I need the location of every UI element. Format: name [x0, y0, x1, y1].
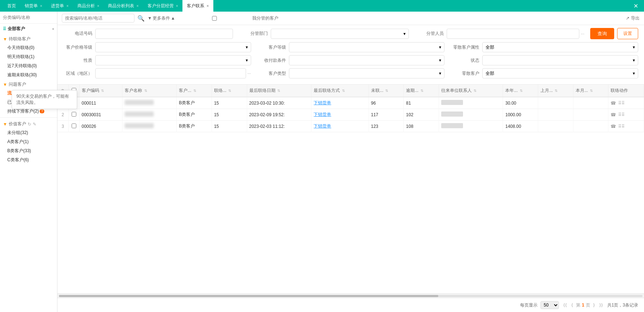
action-icon-phone-0[interactable]: ☎: [611, 101, 616, 106]
my-customers-checkbox[interactable]: [178, 16, 251, 21]
sort-icon-unlinking[interactable]: ⇅: [385, 89, 388, 93]
customer-type-select[interactable]: ▾: [289, 68, 445, 78]
row-last-method: 下销货单: [311, 121, 369, 132]
payment-select[interactable]: ▾: [289, 55, 445, 65]
sidebar-item-class-b[interactable]: B类客户(33): [0, 146, 57, 155]
tab-purchase-order[interactable]: 进货单 ×: [47, 0, 73, 12]
search-button[interactable]: 🔍: [137, 15, 145, 22]
tab-product-analysis-list[interactable]: 商品分析列表 ×: [104, 0, 143, 12]
sort-icon-date[interactable]: ⇅: [277, 89, 280, 93]
action-icon-more-0[interactable]: ⠿⠿: [618, 101, 625, 106]
sort-icon-this-year[interactable]: ⇅: [520, 89, 523, 93]
settings-button[interactable]: 设置: [617, 28, 638, 39]
edit-icon[interactable]: ✎: [33, 122, 36, 127]
filter-row-3: 性质 ▾ 收付款条件 ▾ 状态: [63, 55, 638, 65]
refresh-icon[interactable]: ↻: [28, 122, 31, 127]
last-method-link-2[interactable]: 下销货单: [314, 123, 331, 129]
row-this-month: [573, 109, 608, 121]
close-tab-product-list[interactable]: ×: [136, 4, 138, 8]
search-input[interactable]: [62, 14, 134, 23]
gender-select[interactable]: ▾: [95, 55, 251, 65]
per-page-select[interactable]: 50 100 200: [540, 301, 559, 309]
last-method-link-0[interactable]: 下销货单: [314, 100, 331, 105]
person-select[interactable]: [447, 29, 579, 39]
sidebar-group-pending[interactable]: ▼ 待联络客户: [0, 34, 57, 43]
filter-payment: 收付款条件 ▾: [257, 55, 445, 65]
sort-icon-overdue[interactable]: ⇅: [420, 89, 423, 93]
sort-icon-this-month[interactable]: ⇅: [590, 89, 593, 93]
query-button[interactable]: 查询: [590, 28, 614, 39]
row-contact-person: [439, 109, 503, 121]
sort-icon-contact-person[interactable]: ⇅: [474, 89, 476, 93]
last-page-btn[interactable]: ⟩⟩: [598, 302, 604, 308]
close-tab-sales[interactable]: ×: [40, 4, 42, 8]
sidebar-search-input[interactable]: [3, 15, 57, 20]
row-checkbox-1[interactable]: [72, 112, 76, 117]
row-last-method: 下销货单: [311, 97, 369, 109]
first-page-btn[interactable]: ⟨⟨: [562, 302, 568, 308]
sidebar-item-class-a[interactable]: A类客户(1): [0, 137, 57, 146]
close-tab-customer-tier[interactable]: ×: [176, 4, 178, 8]
sidebar-group-problem[interactable]: ▼ 问题客户: [0, 80, 57, 89]
my-customers-checkbox-label: 我分管的客户: [178, 15, 278, 21]
horizontal-scrollbar[interactable]: [57, 293, 644, 298]
customer-table: ⚙ 客户编码 ⇅ 客户名称 ⇅ 客户... ⇅ 联络... ⇅ 最后联络日期 ⇅…: [57, 85, 644, 132]
sidebar-item-tomorrow-pending[interactable]: 明天待联络(1): [0, 52, 57, 61]
tab-customer-contact[interactable]: 客户联系 ×: [182, 0, 213, 12]
action-icon-phone-1[interactable]: ☎: [611, 112, 616, 117]
filter-customer-type: 客户类型 ▾: [257, 68, 445, 78]
per-page-label: 每页显示: [520, 302, 538, 308]
scroll-track: [59, 295, 643, 297]
sidebar-group-value[interactable]: ▼ 价值客户 ↻ ✎: [0, 119, 57, 128]
dept-select[interactable]: ▾: [271, 29, 408, 39]
close-tab-customer-contact[interactable]: ×: [206, 4, 209, 8]
tab-home[interactable]: 首页: [3, 0, 20, 12]
region-ellipsis-btn[interactable]: ···: [247, 71, 251, 76]
row-last-date: 2023-02-03 11:12:: [247, 121, 311, 132]
sidebar-root-header[interactable]: ⠿ 全部客户 «: [0, 24, 57, 34]
status-select[interactable]: ▾: [482, 55, 638, 65]
sort-icon-code[interactable]: ⇅: [101, 89, 104, 93]
tab-product-analysis[interactable]: 商品分析 ×: [73, 0, 104, 12]
tab-customer-tier[interactable]: 客户分层经营 ×: [143, 0, 182, 12]
sidebar-item-today-pending[interactable]: 今天待联络(0): [0, 43, 57, 52]
sidebar-item-week-pending[interactable]: 近7天待联络(0): [0, 61, 57, 70]
sidebar-item-class-c[interactable]: C类客户(6): [0, 155, 57, 165]
collapse-icon: «: [52, 27, 54, 31]
table-header-row: ⚙ 客户编码 ⇅ 客户名称 ⇅ 客户... ⇅ 联络... ⇅ 最后联络日期 ⇅…: [57, 85, 644, 97]
retail-customer-select[interactable]: 全部 ▾: [482, 68, 638, 78]
chevron-down-icon4: ▾: [633, 45, 635, 50]
close-tab-product-analysis[interactable]: ×: [97, 4, 99, 8]
sort-icon-method[interactable]: ⇅: [342, 89, 345, 93]
col-action: 联络动作: [608, 85, 644, 97]
region-select[interactable]: [95, 68, 246, 78]
row-last-method: 下销货单: [311, 109, 369, 121]
retail-attr-select[interactable]: 全部 ▾: [482, 42, 638, 52]
prev-page-btn[interactable]: ⟨: [570, 302, 575, 308]
sort-icon-name[interactable]: ⇅: [144, 89, 147, 93]
sort-icon-type[interactable]: ⇅: [193, 89, 196, 93]
sort-icon-last-month[interactable]: ⇅: [555, 89, 558, 93]
tab-sales-order[interactable]: 销货单 ×: [20, 0, 47, 12]
row-name: [122, 109, 177, 121]
row-checkbox-2[interactable]: [72, 123, 76, 128]
sidebar-item-ungrouped[interactable]: 未分组(32): [0, 128, 57, 137]
price-level-select[interactable]: ▾: [95, 42, 251, 52]
close-tab-purchase[interactable]: ×: [66, 4, 68, 8]
customer-level-select[interactable]: ▾: [289, 42, 445, 52]
phone-input[interactable]: [95, 29, 233, 39]
sort-icon-contact[interactable]: ⇅: [228, 89, 231, 93]
window-close-btn[interactable]: ✕: [630, 0, 641, 11]
last-method-link-1[interactable]: 下销货单: [314, 112, 331, 117]
customer-type-label: 客户类型: [257, 70, 286, 77]
more-conditions-btn[interactable]: ▼ 更多条件 ▲: [148, 15, 175, 21]
sidebar-item-overdue-pending[interactable]: 逾期未联络(30): [0, 70, 57, 80]
action-icon-more-1[interactable]: ⠿⠿: [618, 112, 625, 117]
person-ellipsis-btn[interactable]: ···: [581, 31, 584, 36]
export-button[interactable]: ↗ 导出: [626, 15, 640, 21]
next-page-btn[interactable]: ⟩: [592, 302, 596, 308]
row-this-month: [573, 97, 608, 109]
filter-icon: ▼: [148, 16, 152, 21]
action-icon-phone-2[interactable]: ☎: [611, 124, 616, 129]
action-icon-more-2[interactable]: ⠿⠿: [618, 124, 625, 129]
